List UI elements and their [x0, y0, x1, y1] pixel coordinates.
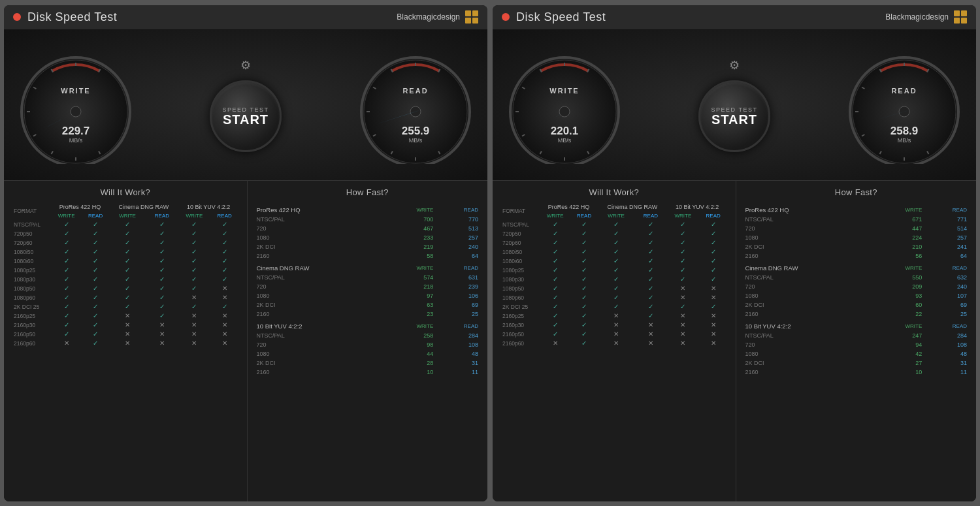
check-icon: ✓ [553, 276, 558, 283]
will-it-work-row: 1080i60 ✓ ✓ ✓ ✓ ✓ ✓ [12, 257, 239, 266]
cdng-write-cell: ✓ [109, 238, 146, 247]
check-icon: ✓ [64, 248, 69, 255]
check-icon: ✓ [613, 276, 619, 283]
check-icon: ✓ [648, 294, 653, 301]
prores-read-cell: ✓ [82, 284, 109, 293]
read-value: 69 [924, 300, 970, 309]
prores-read-cell: ✓ [82, 247, 109, 257]
title-bar: Disk Speed Test Blackmagicdesign [493, 5, 976, 30]
will-it-work-title: Will It Work? [500, 187, 728, 197]
yuv-read-cell: ✓ [699, 266, 728, 275]
settings-gear-icon[interactable]: ⚙ [240, 58, 251, 72]
prores-write-cell: ✓ [51, 321, 82, 330]
read-value: 106 [436, 291, 481, 300]
data-sections: Will It Work? FORMAT ProRes 422 HQ Cinem… [4, 181, 487, 501]
prores-write-cell: ✓ [51, 229, 82, 238]
cdng-write-cell: ✕ [598, 339, 634, 348]
read-value: 31 [924, 358, 970, 368]
disk-speed-app-right: Disk Speed Test Blackmagicdesign [493, 5, 976, 501]
check-icon: ✓ [191, 266, 197, 274]
yuv-read-cell: ✕ [699, 293, 728, 302]
cross-icon: ✕ [711, 285, 716, 292]
format-cell: 2160 [254, 309, 386, 319]
check-icon: ✓ [191, 239, 197, 246]
start-btn-top-label: SPEED TEST [711, 106, 758, 113]
svg-text:258.9: 258.9 [890, 125, 919, 137]
yuv-write-cell: ✓ [178, 229, 210, 238]
check-icon: ✓ [648, 285, 653, 292]
read-value: 25 [436, 309, 481, 319]
write-value: 94 [875, 340, 925, 349]
brand-logo: Blackmagicdesign [885, 10, 967, 24]
cross-icon: ✕ [222, 294, 227, 301]
cross-icon: ✕ [191, 294, 197, 301]
yuv-write-cell: ✓ [178, 247, 210, 257]
read-header: READ [436, 319, 481, 331]
category-name: 10 Bit YUV 4:2:2 [254, 319, 386, 331]
format-cell: 1080i60 [12, 257, 51, 266]
prores-read-cell: ✓ [570, 330, 598, 339]
check-icon: ✓ [613, 248, 619, 255]
check-icon: ✓ [159, 248, 165, 255]
format-cell: 2160p30 [12, 321, 51, 330]
cdng-write-cell: ✓ [598, 275, 634, 284]
prores-read-cell: ✓ [570, 247, 598, 257]
fast-data-row: 2K DCI 219 240 [254, 242, 482, 251]
write-value: 10 [386, 368, 436, 377]
will-it-work-table: FORMAT ProRes 422 HQ Cinema DNG RAW 10 B… [500, 202, 728, 348]
start-button[interactable]: SPEED TEST START [698, 80, 770, 152]
cdng-write-cell: ✕ [598, 311, 634, 321]
category-name: 10 Bit YUV 4:2:2 [743, 319, 875, 331]
prores-write-header: WRITE [540, 212, 570, 220]
cdng-write-cell: ✓ [109, 293, 146, 302]
cdng-write-cell: ✓ [109, 247, 146, 257]
check-icon: ✓ [613, 239, 619, 246]
format-cell: 1080p25 [12, 266, 51, 275]
prores-read-cell: ✓ [570, 238, 598, 247]
brand-sq-1 [465, 10, 471, 16]
prores-write-cell: ✕ [51, 339, 82, 348]
svg-text:MB/s: MB/s [898, 137, 911, 144]
cdng-read-cell: ✓ [634, 257, 667, 266]
yuv-header: 10 Bit YUV 4:2:2 [667, 202, 728, 212]
cross-icon: ✕ [553, 340, 558, 347]
write-value: 574 [386, 273, 436, 282]
check-icon: ✓ [581, 330, 587, 338]
cdng-header: Cinema DNG RAW [109, 202, 178, 212]
will-it-work-title: Will It Work? [12, 187, 239, 197]
brand-squares [954, 10, 967, 24]
fast-data-row: 1080 42 48 [743, 349, 970, 358]
read-value: 240 [924, 282, 970, 291]
settings-gear-icon[interactable]: ⚙ [729, 58, 740, 72]
yuv-read-header: READ [210, 212, 239, 220]
prores-write-cell: ✓ [540, 257, 570, 266]
write-value: 60 [875, 300, 925, 309]
fast-data-row: 720 94 108 [743, 340, 970, 349]
yuv-write-cell: ✓ [178, 284, 210, 293]
yuv-write-header: WRITE [667, 212, 699, 220]
close-button[interactable] [13, 13, 21, 21]
cross-icon: ✕ [648, 340, 653, 347]
fast-data-row: 2K DCI 63 69 [254, 300, 482, 309]
cdng-header: Cinema DNG RAW [598, 202, 667, 212]
cross-icon: ✕ [680, 330, 685, 338]
prores-read-cell: ✓ [570, 339, 598, 348]
start-button[interactable]: SPEED TEST START [210, 80, 282, 152]
yuv-write-cell: ✓ [178, 257, 210, 266]
yuv-write-cell: ✓ [178, 302, 210, 311]
read-value: 69 [436, 300, 481, 309]
will-it-work-row: 720p60 ✓ ✓ ✓ ✓ ✓ ✓ [12, 238, 239, 247]
close-button[interactable] [502, 13, 510, 21]
check-icon: ✓ [64, 230, 69, 237]
read-value: 771 [924, 215, 970, 224]
cdng-read-cell: ✓ [146, 238, 178, 247]
check-icon: ✓ [222, 266, 227, 274]
fast-data-row: 2160 56 64 [743, 251, 970, 261]
format-cell: 1080p30 [12, 275, 51, 284]
cross-icon: ✕ [711, 321, 716, 328]
check-icon: ✓ [191, 285, 197, 292]
format-cell: 720 [743, 224, 875, 233]
will-it-work-row: 1080p50 ✓ ✓ ✓ ✓ ✓ ✕ [12, 284, 239, 293]
format-cell: 2K DCI [743, 300, 875, 309]
yuv-write-cell: ✕ [178, 339, 210, 348]
